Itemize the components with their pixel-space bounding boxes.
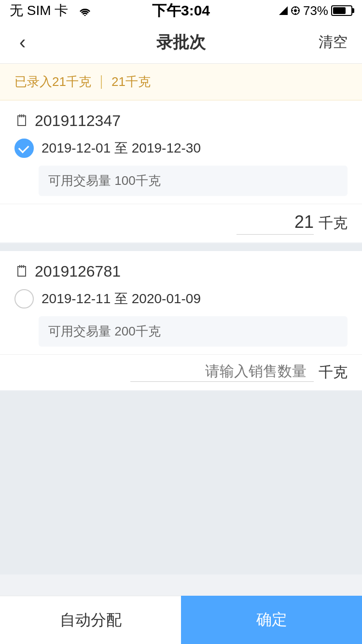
confirm-button[interactable]: 确定 (181, 596, 362, 644)
batch2-date: 2019-12-11 至 2020-01-09 (42, 290, 201, 308)
bottom-bar: 自动分配 确定 (0, 596, 362, 644)
batch1-quantity-underline: 21 (237, 212, 314, 235)
svg-point-0 (84, 15, 86, 16)
total-label: 21千克 (111, 73, 151, 90)
batch1-available-qty: 可用交易量 100千克 (39, 166, 348, 196)
batch2-number: 2019126781 (35, 263, 121, 280)
batch2-input-row[interactable]: 千克 (0, 354, 362, 390)
empty-area (0, 391, 362, 574)
batch1-radio[interactable] (14, 139, 34, 158)
batch1-header: 🗒 2019112347 (0, 100, 362, 135)
sales-quantity-input[interactable] (130, 363, 314, 379)
batch2-unit: 千克 (319, 363, 348, 382)
status-time: 下午3:04 (152, 1, 210, 21)
batch-item-1: 🗒 2019112347 2019-12-01 至 2019-12-30 可用交… (0, 100, 362, 242)
batch2-available-qty: 可用交易量 200千克 (39, 316, 348, 347)
batch2-header: 🗒 2019126781 (0, 251, 362, 285)
batch1-unit: 千克 (319, 213, 348, 233)
info-banner: 已录入21千克 21千克 (0, 64, 362, 100)
page-title: 录批次 (156, 31, 206, 54)
batch1-quantity-row: 21 千克 (0, 204, 362, 242)
batch2-icon: 🗒 (14, 263, 30, 280)
batch1-quantity-value: 21 (294, 212, 314, 232)
batch-item-2: 🗒 2019126781 2019-12-11 至 2020-01-09 可用交… (0, 251, 362, 390)
batch2-input-underline (130, 363, 314, 382)
back-button[interactable]: ‹ (14, 27, 30, 58)
batch1-date-row[interactable]: 2019-12-01 至 2019-12-30 (0, 135, 362, 162)
clear-button[interactable]: 清空 (319, 32, 348, 52)
batch1-icon: 🗒 (14, 112, 30, 130)
section-separator (0, 243, 362, 251)
svg-marker-1 (279, 6, 288, 15)
batch1-number: 2019112347 (35, 112, 121, 130)
info-divider (101, 75, 102, 89)
batch2-date-row[interactable]: 2019-12-11 至 2020-01-09 (0, 285, 362, 312)
status-left: 无 SIM 卡 (10, 1, 90, 20)
batch1-date: 2019-12-01 至 2019-12-30 (42, 139, 201, 157)
nav-bar: ‹ 录批次 清空 (0, 21, 362, 64)
recorded-label: 已录入21千克 (14, 73, 91, 90)
battery-percent: 73% (303, 3, 328, 18)
status-right: 73% (279, 3, 352, 18)
auto-distribute-button[interactable]: 自动分配 (0, 596, 181, 644)
batch2-radio[interactable] (14, 289, 34, 308)
svg-point-3 (294, 9, 297, 12)
battery-icon (331, 5, 352, 16)
status-bar: 无 SIM 卡 下午3:04 73% (0, 0, 362, 21)
